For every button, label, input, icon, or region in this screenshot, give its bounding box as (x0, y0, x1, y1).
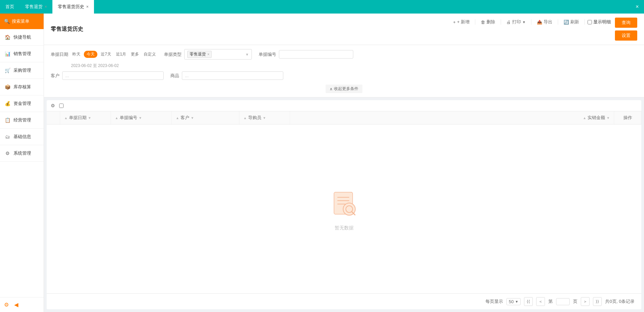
filter-row-2: 客户 ... 商品 ... (51, 71, 637, 80)
show-detail-checkbox[interactable] (588, 20, 592, 24)
tab-retail-return-history-close[interactable]: × (86, 4, 89, 9)
delete-label: 删除 (486, 19, 495, 25)
page-size-value: 50 (509, 299, 514, 304)
new-button[interactable]: + + 新增 (450, 18, 472, 26)
th-client[interactable]: ▲ 客户 ▼ (172, 111, 239, 124)
collapse-label: 收起更多条件 (334, 86, 358, 92)
th-number[interactable]: ▲ 单据编号 ▼ (111, 111, 172, 124)
page-size-label: 每页显示 (485, 298, 503, 305)
sort-icon-number-asc: ▲ (115, 116, 118, 120)
th-number-label: 单据编号 (120, 115, 137, 121)
sort-icon-client-asc: ▲ (176, 116, 179, 120)
sales-icon: 📊 (4, 50, 11, 57)
sort-icon-amount-asc: ▲ (583, 116, 586, 120)
delete-button[interactable]: 🗑 删除 (478, 18, 498, 26)
tab-retail-return[interactable]: 零售退货 × (20, 0, 52, 14)
th-client-label: 客户 (181, 115, 189, 121)
type-tag-close[interactable]: × (207, 52, 209, 56)
goods-select[interactable]: ... (182, 71, 283, 80)
type-select[interactable]: 零售退货 × ▼ (184, 49, 252, 60)
th-date[interactable]: ▲ 单据日期 ▼ (60, 111, 111, 124)
date-label: 单据日期 (51, 51, 68, 58)
date-range-display: 2023-06-02 至 2023-06-02 (71, 63, 637, 69)
sidebar-item-shortcuts[interactable]: 🏠 快捷导航 (0, 29, 44, 46)
tab-retail-return-history[interactable]: 零售退货历史 × (52, 0, 94, 14)
table-settings-icon[interactable]: ⚙ (51, 103, 55, 108)
sidebar-item-shortcuts-label: 快捷导航 (14, 34, 31, 40)
first-page-button[interactable]: ⟨⟨ (524, 297, 533, 306)
sidebar-item-inventory[interactable]: 📦 库存核算 (0, 79, 44, 95)
sort-icon-number-desc: ▼ (139, 116, 142, 120)
table-header: ▲ 单据日期 ▼ ▲ 单据编号 ▼ ▲ 客户 ▼ ▲ 导购员 ▼ (47, 111, 641, 125)
show-detail-checkbox-label[interactable]: 显示明细 (588, 19, 611, 25)
collapse-button[interactable]: ∧ 收起更多条件 (326, 85, 362, 93)
date-btn-custom[interactable]: 自定义 (142, 51, 157, 58)
sidebar-item-system-label: 系统管理 (14, 150, 31, 156)
page-label: 页 (573, 298, 577, 305)
divider-3 (531, 19, 531, 25)
page-input[interactable]: 1 (556, 298, 570, 305)
tab-retail-return-history-label: 零售退货历史 (58, 4, 84, 10)
window-close-button[interactable]: × (630, 0, 644, 14)
date-btn-7days[interactable]: 近7天 (99, 51, 113, 58)
purchase-icon: 🛒 (4, 67, 11, 74)
sidebar-item-system[interactable]: ⚙ 系统管理 (0, 145, 44, 162)
sidebar-item-sales[interactable]: 📊 销售管理 (0, 46, 44, 62)
divider-5 (585, 19, 585, 25)
show-detail-label: 显示明细 (593, 19, 611, 25)
page-size-arrow: ▼ (515, 300, 518, 304)
type-label: 单据类型 (164, 51, 182, 58)
search-icon: 🔍 (4, 19, 10, 24)
main-layout: 🔍 搜索菜单 🏠 快捷导航 📊 销售管理 🛒 采购管理 📦 库存核算 💰 资金管… (0, 14, 644, 312)
filter-row-1: 单据日期 昨天 今天 近7天 近1月 更多 自定义 单据类型 (51, 49, 637, 60)
divider-4 (558, 19, 558, 25)
empty-label: 暂无数据 (335, 225, 354, 231)
collapse-sidebar-icon[interactable]: ◀ (14, 302, 18, 308)
next-page-button[interactable]: ＞ (581, 297, 590, 306)
tab-home[interactable]: 首页 (0, 0, 20, 14)
th-amount-label: 实销金额 (588, 115, 605, 121)
header-top-actions: + + 新增 🗑 删除 🖨 打印 ▼ (450, 18, 611, 26)
sidebar-search[interactable]: 🔍 搜索菜单 (0, 14, 44, 29)
sidebar-item-purchase[interactable]: 🛒 采购管理 (0, 62, 44, 79)
query-button[interactable]: 查询 (615, 18, 637, 28)
divider-1 (475, 19, 475, 25)
th-checkbox (47, 111, 60, 124)
refresh-button[interactable]: 🔄 刷新 (561, 18, 582, 26)
finance-icon: 💰 (4, 100, 11, 107)
th-guide-label: 导购员 (248, 115, 261, 121)
export-button[interactable]: 📤 导出 (534, 18, 555, 26)
last-page-button[interactable]: ⟩⟩ (593, 297, 602, 306)
sidebar-item-sales-label: 销售管理 (14, 51, 31, 57)
collapse-icon: ∧ (330, 87, 333, 91)
date-btn-1month[interactable]: 近1月 (115, 51, 128, 58)
print-arrow-icon: ▼ (522, 20, 526, 24)
th-guide[interactable]: ▲ 导购员 ▼ (239, 111, 290, 124)
client-select[interactable]: ... (62, 71, 164, 80)
sidebar-item-finance[interactable]: 💰 资金管理 (0, 95, 44, 112)
settings-icon[interactable]: ⚙ (4, 302, 9, 308)
setting-button[interactable]: 设置 (615, 30, 637, 41)
sidebar-item-operations[interactable]: 📋 经营管理 (0, 112, 44, 129)
inventory-icon: 📦 (4, 84, 11, 90)
top-bar: 首页 零售退货 × 零售退货历史 × × (0, 0, 644, 14)
page-size-select[interactable]: 50 ▼ (506, 298, 521, 305)
date-btn-more[interactable]: 更多 (129, 51, 140, 58)
sort-icon-amount-desc: ▼ (606, 116, 610, 120)
th-amount[interactable]: ▲ 实销金额 ▼ (290, 111, 614, 124)
table-toolbar: ⚙ (47, 100, 641, 111)
select-all-checkbox[interactable] (59, 104, 64, 108)
date-btn-yesterday[interactable]: 昨天 (71, 51, 82, 58)
tab-retail-return-close[interactable]: × (45, 4, 47, 9)
number-input[interactable] (279, 50, 353, 59)
sort-icon-guide-asc: ▲ (243, 116, 247, 120)
client-filter-item: 客户 ... (51, 71, 164, 80)
empty-icon (327, 187, 361, 221)
number-label: 单据编号 (259, 51, 276, 58)
sidebar-item-basic-info[interactable]: 🗂 基础信息 (0, 129, 44, 145)
filter-area: 单据日期 昨天 今天 近7天 近1月 更多 自定义 单据类型 (44, 45, 644, 97)
sort-icon-date-desc: ▼ (88, 116, 91, 120)
print-button[interactable]: 🖨 打印 ▼ (504, 18, 528, 26)
date-btn-today[interactable]: 今天 (84, 51, 97, 58)
prev-page-button[interactable]: ＜ (536, 297, 545, 306)
